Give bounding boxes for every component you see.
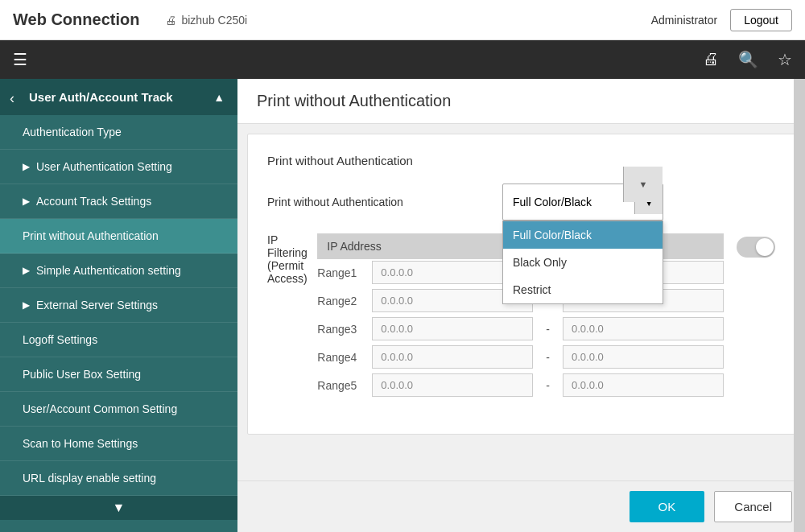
sidebar-item-label: Scan to Home Settings	[23, 437, 138, 450]
ok-button[interactable]: OK	[630, 491, 705, 522]
sidebar-header: User Auth/Account Track ▲	[0, 79, 237, 115]
logo-text: Web Connection	[13, 10, 139, 29]
sidebar-item-public-user-box[interactable]: Public User Box Setting	[0, 357, 237, 392]
sidebar-item-label: Print without Authentication	[23, 229, 159, 242]
print-auth-dropdown[interactable]: Full Color/Black ▼	[502, 184, 663, 221]
nav-icons-right: 🖨 🔍 ☆	[700, 47, 795, 72]
ip-range-row-3: Range4 -	[317, 345, 724, 369]
sidebar-item-label: User/Account Common Setting	[23, 402, 177, 415]
search-icon[interactable]: 🔍	[735, 47, 762, 72]
content-section: Print without Authentication Print witho…	[247, 134, 795, 435]
main-layout: ‹ User Auth/Account Track ▲ Authenticati…	[0, 79, 805, 532]
navbar: ☰ 🖨 🔍 ☆	[0, 40, 805, 79]
range-label-1: Range2	[317, 295, 365, 307]
sidebar-item-label: User Authentication Setting	[36, 160, 172, 173]
sidebar-arrow-icon: ▶	[23, 265, 30, 276]
range-from-input-4[interactable]	[372, 373, 533, 397]
dropdown-arrow-icon: ▼	[634, 190, 663, 214]
print-auth-row: Print without Authentication Full Color/…	[267, 184, 775, 221]
print-auth-dropdown-wrapper: Full Color/Black ▼ Full Color/Black Blac…	[502, 184, 663, 221]
print-auth-control: Full Color/Black ▼ Full Color/Black Blac…	[502, 184, 775, 221]
sidebar-arrow-icon: ▶	[23, 299, 30, 311]
dropdown-selected-value: Full Color/Black	[513, 196, 592, 208]
sidebar-title: User Auth/Account Track	[29, 90, 173, 104]
sidebar-item-label: Public User Box Setting	[23, 368, 141, 381]
printer-icon: 🖨	[165, 14, 176, 27]
sidebar-item-label: Account Track Settings	[36, 195, 151, 208]
admin-label: Administrator	[651, 14, 717, 27]
sidebar-item-url-display[interactable]: URL display enable setting	[0, 461, 237, 496]
sidebar-item-print-no-auth[interactable]: Print without Authentication	[0, 219, 237, 254]
range-from-input-2[interactable]	[372, 317, 533, 340]
sidebar-back-button[interactable]: ‹	[10, 90, 14, 107]
ip-filter-label: IP Filtering (Permit Access)	[267, 233, 308, 285]
range-label-4: Range5	[317, 379, 365, 392]
sidebar-item-external-server[interactable]: ▶External Server Settings	[0, 288, 237, 323]
print-auth-label: Print without Authentication	[267, 196, 493, 208]
sidebar-scroll-up-arrow[interactable]: ▲	[213, 91, 225, 104]
dropdown-option-blackonly[interactable]: Black Only	[503, 249, 663, 276]
menu-icon[interactable]: ☰	[10, 47, 31, 72]
content-footer: OK Cancel	[237, 480, 805, 532]
range-label-2: Range3	[317, 323, 365, 336]
sidebar-scroll-down[interactable]: ▼	[0, 496, 237, 520]
sidebar-arrow-icon: ▶	[23, 161, 30, 172]
sidebar-item-label: Authentication Type	[23, 126, 122, 138]
toggle-knob	[756, 238, 774, 256]
dropdown-option-restrict[interactable]: Restrict	[503, 276, 663, 303]
header: Web Connection 🖨 bizhub C250i Administra…	[0, 0, 805, 40]
scrollbar[interactable]	[794, 79, 805, 532]
range-label-0: Range1	[317, 266, 365, 279]
ip-range-row-2: Range3 -	[317, 317, 724, 340]
sidebar-item-label: External Server Settings	[36, 299, 158, 311]
cart-icon[interactable]: 🖨	[700, 47, 722, 72]
device-name: bizhub C250i	[181, 14, 247, 27]
range-label-3: Range4	[317, 351, 365, 364]
sidebar-item-auth-type[interactable]: Authentication Type	[0, 115, 237, 150]
sidebar-item-label: URL display enable setting	[23, 472, 156, 485]
content-area: Print without Authentication Print witho…	[237, 79, 805, 532]
sidebar: ‹ User Auth/Account Track ▲ Authenticati…	[0, 79, 237, 532]
logout-button[interactable]: Logout	[730, 9, 792, 31]
page-title: Print without Authentication	[237, 79, 805, 124]
header-right: Administrator Logout	[651, 9, 792, 31]
star-icon[interactable]: ☆	[774, 47, 795, 72]
sidebar-item-account-track[interactable]: ▶Account Track Settings	[0, 184, 237, 219]
sidebar-item-simple-auth[interactable]: ▶Simple Authentication setting	[0, 254, 237, 288]
range-to-input-2[interactable]	[563, 317, 724, 340]
sidebar-item-label: Logoff Settings	[23, 333, 97, 346]
cancel-button[interactable]: Cancel	[714, 491, 792, 522]
section-title: Print without Authentication	[267, 154, 775, 167]
sidebar-items: Authentication Type▶User Authentication …	[0, 115, 237, 496]
sidebar-item-logoff[interactable]: Logoff Settings	[0, 323, 237, 357]
device-info: 🖨 bizhub C250i	[165, 14, 247, 27]
range-to-input-4[interactable]	[563, 373, 724, 397]
dropdown-menu: Full Color/Black Black Only Restrict	[502, 221, 663, 304]
sidebar-item-user-account-common[interactable]: User/Account Common Setting	[0, 392, 237, 427]
ip-range-row-4: Range5 -	[317, 373, 724, 397]
range-from-input-3[interactable]	[372, 345, 533, 369]
sidebar-arrow-icon: ▶	[23, 196, 30, 207]
logo-area: Web Connection 🖨 bizhub C250i	[13, 10, 651, 29]
dropdown-option-fullcolor[interactable]: Full Color/Black	[503, 221, 663, 249]
range-separator-3: -	[539, 351, 556, 364]
range-separator-4: -	[539, 379, 556, 392]
ip-filter-toggle[interactable]	[737, 237, 775, 258]
sidebar-item-user-auth[interactable]: ▶User Authentication Setting	[0, 150, 237, 184]
range-to-input-3[interactable]	[563, 345, 724, 369]
sidebar-item-scan-home[interactable]: Scan to Home Settings	[0, 427, 237, 461]
range-separator-2: -	[539, 323, 556, 336]
sidebar-item-label: Simple Authentication setting	[36, 264, 181, 277]
